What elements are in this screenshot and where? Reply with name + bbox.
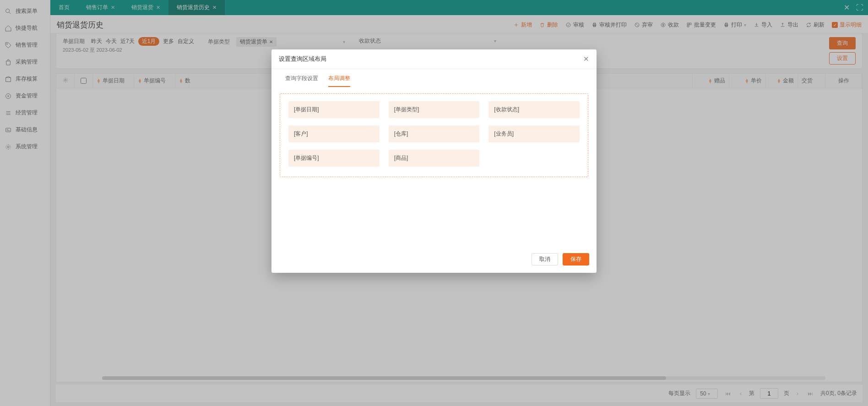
field-card[interactable]: [仓库] xyxy=(389,125,480,142)
field-card[interactable]: [客户] xyxy=(288,125,380,142)
cancel-button[interactable]: 取消 xyxy=(532,253,558,265)
modal-title: 设置查询区域布局 xyxy=(279,55,326,63)
modal-close-button[interactable]: ✕ xyxy=(583,55,589,63)
modal-overlay: 设置查询区域布局 ✕ 查询字段设置 布局调整 [单据日期] [单据类型] [收款… xyxy=(0,0,868,406)
field-card[interactable]: [单据编号] xyxy=(288,150,380,167)
modal-tab-fields[interactable]: 查询字段设置 xyxy=(285,75,318,87)
field-card[interactable]: [收款状态] xyxy=(488,101,580,118)
field-card[interactable]: [单据类型] xyxy=(389,101,480,118)
field-card[interactable]: [单据日期] xyxy=(288,101,380,118)
layout-dropzone[interactable]: [单据日期] [单据类型] [收款状态] [客户] [仓库] [业务员] [单据… xyxy=(280,93,588,177)
layout-settings-modal: 设置查询区域布局 ✕ 查询字段设置 布局调整 [单据日期] [单据类型] [收款… xyxy=(271,49,597,273)
field-card[interactable]: [商品] xyxy=(389,150,480,167)
save-button[interactable]: 保存 xyxy=(563,253,589,265)
modal-tab-layout[interactable]: 布局调整 xyxy=(328,75,350,87)
field-card[interactable]: [业务员] xyxy=(488,125,580,142)
modal-tabs: 查询字段设置 布局调整 xyxy=(271,69,597,87)
